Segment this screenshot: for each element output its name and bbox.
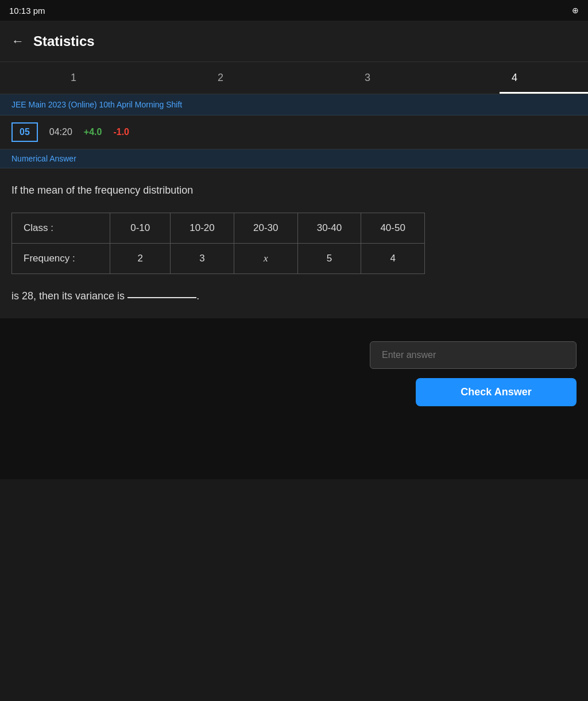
score-positive: +4.0 [84,127,102,137]
question-time: 04:20 [49,127,72,137]
tab-3[interactable]: 3 [294,62,441,94]
question-part2: is 28, then its variance is . [11,288,577,305]
tab-bar: 1 2 3 4 [0,62,588,94]
answer-type: Numerical Answer [0,149,588,168]
table-cell-class-0-10: 0-10 [110,213,171,243]
table-cell-freq-4: 4 [361,243,425,274]
table-header-row: Class : 0-10 10-20 20-30 30-40 40-50 [12,213,425,243]
table-cell-freq-3: 3 [171,243,234,274]
page-title: Statistics [33,33,95,49]
table-data-row: Frequency : 2 3 x 5 4 [12,243,425,274]
question-part1: If the mean of the frequency distributio… [11,182,577,199]
status-time: 10:13 pm [9,6,45,16]
question-content: If the mean of the frequency distributio… [0,168,588,318]
question-number: 05 [11,122,38,142]
answer-blank [127,297,196,298]
check-answer-button[interactable]: Check Answer [416,378,577,406]
status-bar: 10:13 pm ⊕ [0,0,588,21]
table-cell-freq-5: 5 [297,243,361,274]
answer-input[interactable] [370,341,577,369]
tab-4[interactable]: 4 [441,62,588,94]
score-negative: -1.0 [113,127,129,137]
question-meta: 05 04:20 +4.0 -1.0 [0,115,588,149]
tab-1[interactable]: 1 [0,62,147,94]
frequency-table: Class : 0-10 10-20 20-30 30-40 40-50 Fre… [11,213,425,274]
table-cell-class-20-30: 20-30 [234,213,297,243]
header: ← Statistics [0,21,588,62]
table-cell-class-label: Class : [12,213,110,243]
table-cell-freq-label: Frequency : [12,243,110,274]
table-cell-freq-x: x [234,243,297,274]
question-source: JEE Main 2023 (Online) 10th April Mornin… [0,94,588,115]
table-cell-freq-2: 2 [110,243,171,274]
answer-section: Check Answer [0,318,588,479]
table-cell-class-40-50: 40-50 [361,213,425,243]
table-cell-class-10-20: 10-20 [171,213,234,243]
tab-2[interactable]: 2 [147,62,294,94]
table-cell-class-30-40: 30-40 [297,213,361,243]
back-button[interactable]: ← [11,34,24,49]
status-icon: ⊕ [572,6,579,15]
